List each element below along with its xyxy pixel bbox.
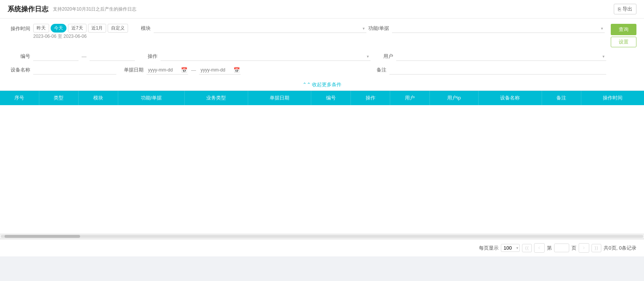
first-page-button[interactable]: ⟨⟨: [522, 244, 532, 252]
time-btn-7days[interactable]: 近7天: [68, 24, 86, 33]
time-label: 操作时间: [8, 25, 30, 32]
export-icon: ⎘: [618, 6, 621, 12]
operation-select-wrapper: ▾: [161, 52, 371, 61]
query-button[interactable]: 查询: [611, 24, 636, 35]
total-info: 共0页, 0条记录: [604, 245, 636, 252]
empty-area: [0, 105, 644, 234]
feature-select-wrapper: ▾: [392, 24, 605, 33]
time-btn-custom[interactable]: 自定义: [108, 24, 128, 33]
table-col-序号: 序号: [0, 91, 39, 105]
doc-date-end-input[interactable]: [199, 66, 241, 75]
header-actions: ⎘ 导出: [614, 4, 636, 14]
prev-page-button[interactable]: ﹤: [534, 243, 545, 253]
table-col-设备名称: 设备名称: [478, 91, 542, 105]
table-col-操作时间: 操作时间: [581, 91, 644, 105]
per-page-label: 每页显示: [479, 245, 499, 252]
number-dash: —: [82, 54, 86, 59]
time-btn-yesterday[interactable]: 昨天: [33, 24, 49, 33]
settings-button[interactable]: 设置: [611, 37, 636, 47]
data-table: 序号类型模块功能/单据业务类型单据日期编号操作用户用户ip设备名称备注操作时间: [0, 91, 644, 105]
time-buttons-row: 昨天 今天 近7天 近1月 自定义: [33, 24, 128, 33]
device-label: 设备名称: [8, 67, 30, 73]
table-col-模块: 模块: [79, 91, 118, 105]
doc-date-dash: —: [191, 67, 196, 73]
time-btn-today[interactable]: 今天: [51, 24, 66, 33]
collapse-label: 收起更多条件: [312, 82, 341, 87]
time-btn-1month[interactable]: 近1月: [88, 24, 107, 33]
device-input[interactable]: [33, 65, 116, 75]
next-page-button[interactable]: ﹥: [579, 243, 589, 253]
scrollbar-area[interactable]: [0, 234, 644, 239]
table-col-备注: 备注: [542, 91, 581, 105]
user-label: 用户: [371, 53, 393, 60]
user-select[interactable]: [396, 52, 606, 61]
operation-select[interactable]: [161, 52, 371, 61]
table-header-row: 序号类型模块功能/单据业务类型单据日期编号操作用户用户ip设备名称备注操作时间: [0, 91, 644, 105]
table-container: 序号类型模块功能/单据业务类型单据日期编号操作用户用户ip设备名称备注操作时间: [0, 91, 644, 234]
doc-date-label: 单据日期: [121, 67, 144, 73]
module-select-wrapper: ▾: [154, 24, 366, 33]
module-label: 模块: [128, 25, 151, 32]
doc-date-start-input[interactable]: [147, 66, 188, 75]
page-unit: 页: [571, 245, 576, 252]
feature-label: 功能/单据: [366, 25, 389, 32]
table-col-功能/单据: 功能/单据: [118, 91, 184, 105]
table-col-类型: 类型: [39, 91, 78, 105]
time-section: 昨天 今天 近7天 近1月 自定义 2023-06-06 至 2023-06-0…: [33, 24, 128, 40]
table-col-操作: 操作: [351, 91, 390, 105]
user-select-wrapper: ▾: [396, 52, 606, 61]
remark-label: 备注: [364, 67, 386, 73]
table-col-单据日期: 单据日期: [248, 91, 311, 105]
export-button[interactable]: ⎘ 导出: [614, 4, 636, 14]
pagination-bar: 每页显示 100 50 200 ▾ ⟨⟨ ﹤ 第 1 页 ﹥ ⟩⟩ 共0页, 0…: [0, 239, 644, 256]
scrollbar-track[interactable]: [1, 235, 643, 238]
per-page-wrapper: 100 50 200 ▾: [501, 244, 520, 252]
feature-select[interactable]: [392, 24, 605, 33]
operation-label: 操作: [135, 53, 158, 60]
last-page-button[interactable]: ⟩⟩: [591, 244, 601, 252]
date-range-display: 2023-06-06 至 2023-06-06: [33, 33, 128, 40]
page-subtitle: 支持2020年10月31日之后产生的操作日志: [53, 6, 136, 12]
page-title: 系统操作日志: [8, 5, 48, 14]
remark-input[interactable]: [389, 65, 607, 75]
page-label: 第: [547, 245, 552, 252]
number-start-input[interactable]: [33, 52, 79, 61]
number-label: 编号: [8, 53, 30, 60]
collapse-bar[interactable]: ⌃⌃ 收起更多条件: [0, 79, 644, 91]
table-col-业务类型: 业务类型: [185, 91, 248, 105]
table-header: 序号类型模块功能/单据业务类型单据日期编号操作用户用户ip设备名称备注操作时间: [0, 91, 644, 105]
module-select[interactable]: [154, 24, 366, 33]
filter-area: 操作时间 昨天 今天 近7天 近1月 自定义 2023-06-06 至 2023…: [0, 19, 644, 79]
per-page-select[interactable]: 100 50 200: [501, 244, 520, 252]
number-end-input[interactable]: [90, 52, 135, 61]
page-header: 系统操作日志 支持2020年10月31日之后产生的操作日志 ⎘ 导出: [0, 0, 644, 19]
page-number-input[interactable]: 1: [554, 244, 569, 252]
table-col-编号: 编号: [311, 91, 351, 105]
table-col-用户: 用户: [390, 91, 429, 105]
action-buttons: 查询 设置: [611, 24, 636, 47]
scrollbar-thumb[interactable]: [5, 235, 80, 238]
collapse-icon: ⌃⌃: [303, 82, 311, 87]
table-col-用户ip: 用户ip: [429, 91, 478, 105]
